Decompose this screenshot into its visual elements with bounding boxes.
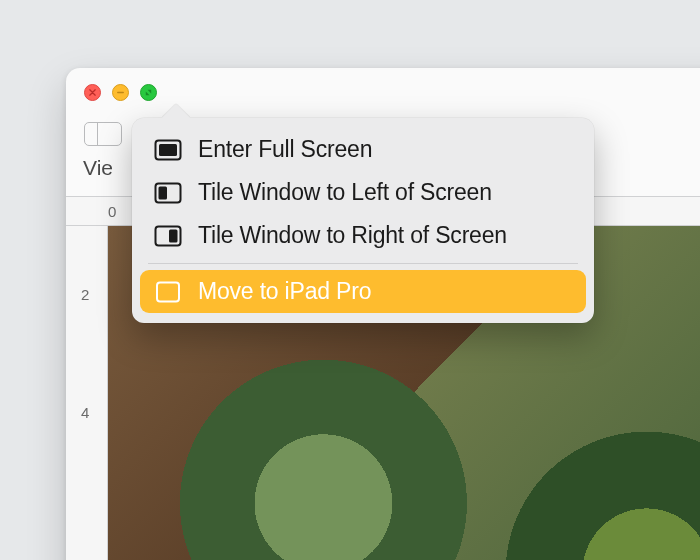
menu-item-label: Move to iPad Pro — [198, 278, 371, 305]
window-fullscreen-button[interactable] — [140, 84, 157, 101]
window-minimize-button[interactable] — [112, 84, 129, 101]
ruler-vertical: 2 4 — [66, 226, 108, 560]
svg-rect-10 — [169, 229, 178, 242]
tile-left-icon — [154, 182, 182, 204]
svg-rect-8 — [159, 186, 168, 199]
fullscreen-menu-popover: Enter Full Screen Tile Window to Left of… — [132, 118, 594, 323]
toolbar-label-view: Vie — [83, 156, 113, 180]
menu-item-label: Tile Window to Left of Screen — [198, 179, 492, 206]
svg-rect-6 — [159, 144, 177, 156]
svg-rect-11 — [157, 282, 179, 301]
toggle-sidebar-icon[interactable] — [84, 122, 122, 146]
menu-item-enter-full-screen[interactable]: Enter Full Screen — [140, 128, 586, 171]
menu-item-tile-left[interactable]: Tile Window to Left of Screen — [140, 171, 586, 214]
ruler-v-tick-2: 2 — [81, 286, 89, 303]
menu-item-move-to-ipad[interactable]: Move to iPad Pro — [140, 270, 586, 313]
tile-right-icon — [154, 225, 182, 247]
fullscreen-icon — [154, 139, 182, 161]
menu-item-tile-right[interactable]: Tile Window to Right of Screen — [140, 214, 586, 257]
ruler-v-tick-4: 4 — [81, 404, 89, 421]
ipad-icon — [154, 281, 182, 303]
ruler-h-tick-0: 0 — [108, 203, 116, 220]
menu-item-label: Enter Full Screen — [198, 136, 372, 163]
window-close-button[interactable] — [84, 84, 101, 101]
menu-item-label: Tile Window to Right of Screen — [198, 222, 507, 249]
menu-separator — [148, 263, 578, 264]
